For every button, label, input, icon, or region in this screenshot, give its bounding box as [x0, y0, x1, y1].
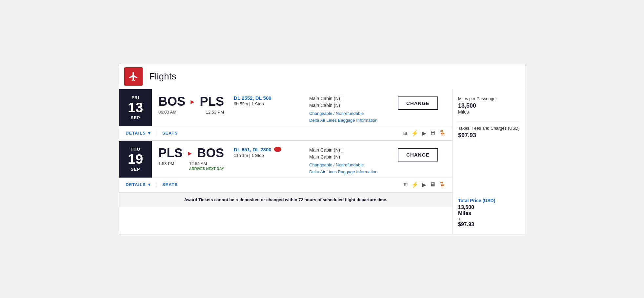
- flight-2-route: PLS ► BOS: [158, 147, 224, 159]
- flight-2-duration: 11h 1m | 1 Stop: [234, 153, 299, 158]
- flight-1-duration: 6h 53m | 1 Stop: [234, 101, 299, 106]
- total-miles-value: 13,500: [458, 204, 520, 210]
- flight-2-origin: PLS: [158, 147, 183, 159]
- flight-2-seats-link[interactable]: SEATS: [162, 182, 178, 187]
- flight-1-arrive: 12:53 PM: [206, 110, 224, 115]
- miles-per-passenger-label: Miles per Passenger: [458, 96, 520, 102]
- footer-notice: Award Tickets cannot be redeposited or c…: [119, 192, 453, 207]
- flight-1-details: DL 2552, DL 509 6h 53m | 1 Stop: [234, 95, 299, 106]
- flight-1-times: 06:00 AM 12:53 PM: [158, 110, 224, 115]
- entertainment-icon: ▶: [422, 130, 426, 137]
- flight-1-cabin1: Main Cabin (N) |: [309, 95, 388, 102]
- flight-2-next-day: ARRIVES NEXT DAY: [189, 167, 224, 171]
- page-header: Flights: [119, 64, 525, 89]
- flight-1-cabin2: Main Cabin (N): [309, 102, 388, 109]
- chevron-down-icon-2: ▼: [147, 182, 152, 187]
- seat-icon-2: 🪑: [439, 181, 446, 188]
- flight-1-seats-link[interactable]: SEATS: [162, 131, 178, 136]
- flight-2-month: SEP: [131, 167, 140, 172]
- flight-1-top: BOS ► PLS 06:00 AM 12:53 PM DL 2552, D: [158, 95, 447, 123]
- plane-icon: [128, 71, 139, 82]
- flight-2-times: 1:53 PM 12:54 AM ARRIVES NEXT DAY: [158, 161, 224, 171]
- miles-value: 13,500: [458, 102, 520, 109]
- wifi-icon: ≋: [403, 130, 408, 137]
- flight-1-numbers: DL 2552, DL 509: [234, 95, 299, 101]
- wifi-icon-2: ≋: [403, 181, 408, 188]
- flight-2-change-button[interactable]: CHANGE: [398, 148, 438, 161]
- screen-icon-2: 🖥: [430, 181, 435, 188]
- chevron-down-icon: ▼: [147, 131, 152, 136]
- flight-1-arrow: ►: [189, 98, 196, 106]
- flight-2-arrow: ►: [187, 150, 193, 157]
- flight-2-arrive: 12:54 AM: [189, 161, 207, 166]
- flight-row-2: THU 19 SEP PLS ► BOS: [119, 141, 453, 178]
- flight-2-amenities: ≋ ⚡ ▶ 🖥 🪑: [403, 181, 446, 188]
- flight-1-origin: BOS: [158, 95, 185, 108]
- flight-2-numbers: DL 651, DL 2300: [234, 147, 272, 152]
- eye-icon: [274, 147, 281, 152]
- flight-1-route-wrapper: BOS ► PLS 06:00 AM 12:53 PM: [158, 95, 224, 115]
- page-title: Flights: [149, 71, 176, 82]
- flight-2-details-label: DETAILS: [126, 182, 146, 187]
- flight-1-details-row: DETAILS ▼ | SEATS ≋ ⚡ ▶ 🖥 🪑: [119, 126, 453, 141]
- flight-2-day-name: THU: [131, 147, 140, 152]
- flight-1-baggage[interactable]: Delta Air Lines Baggage Information: [309, 118, 388, 123]
- footer-notice-text: Award Tickets cannot be redeposited or c…: [184, 197, 387, 202]
- flight-2-route-wrapper: PLS ► BOS 1:53 PM 12:54 AM ARRIVES NEXT …: [158, 147, 224, 171]
- flight-1-details-label: DETAILS: [126, 131, 146, 136]
- flight-2-date: THU 19 SEP: [119, 141, 152, 178]
- seat-icon: 🪑: [439, 130, 446, 137]
- details-separator-2: |: [156, 182, 158, 188]
- flight-1-destination: PLS: [200, 95, 224, 108]
- flight-1-cabin: Main Cabin (N) | Main Cabin (N) Changeab…: [309, 95, 388, 123]
- flights-header-icon: [124, 67, 143, 86]
- flight-1-route: BOS ► PLS: [158, 95, 224, 108]
- flight-2-seats-label: SEATS: [162, 182, 178, 187]
- flight-2-destination: BOS: [197, 147, 224, 159]
- flight-2-day-num: 19: [128, 152, 143, 166]
- flight-1-date: FRI 13 SEP: [119, 89, 152, 126]
- price-summary: Miles per Passenger 13,500 Miles Taxes, …: [453, 89, 525, 234]
- power-icon: ⚡: [411, 130, 418, 137]
- entertainment-icon-2: ▶: [422, 181, 426, 188]
- details-separator: |: [156, 130, 158, 136]
- flight-2-info: PLS ► BOS 1:53 PM 12:54 AM ARRIVES NEXT …: [152, 141, 453, 178]
- flight-1-change-block: CHANGE: [398, 95, 444, 110]
- taxes-value: $97.93: [458, 132, 520, 139]
- flight-1-amenities: ≋ ⚡ ▶ 🖥 🪑: [403, 130, 446, 137]
- flight-1-depart: 06:00 AM: [158, 110, 176, 115]
- flight-2-details-link[interactable]: DETAILS ▼: [126, 182, 152, 187]
- flight-row-1: FRI 13 SEP BOS ► PLS: [119, 89, 453, 126]
- flight-1-seats-label: SEATS: [162, 131, 178, 136]
- flight-1-month: SEP: [131, 115, 140, 120]
- miles-unit: Miles: [458, 109, 520, 115]
- flight-2-change-block: CHANGE: [398, 147, 444, 161]
- flight-2-cabin: Main Cabin (N) | Main Cabin (N) Changeab…: [309, 147, 388, 174]
- taxes-label: Taxes, Fees and Charges (USD): [458, 125, 520, 131]
- flight-2-cabin1: Main Cabin (N) |: [309, 147, 388, 154]
- flight-1-details-link[interactable]: DETAILS ▼: [126, 131, 152, 136]
- flight-2-top: PLS ► BOS 1:53 PM 12:54 AM ARRIVES NEXT …: [158, 147, 447, 174]
- flight-2-changeable[interactable]: Changeable / Nonrefundable: [309, 162, 388, 167]
- total-price-label: Total Price (USD): [458, 198, 520, 203]
- flight-1-changeable[interactable]: Changeable / Nonrefundable: [309, 111, 388, 116]
- flight-1-day-num: 13: [128, 101, 143, 115]
- summary-divider-1: [458, 121, 520, 121]
- flight-1-change-button[interactable]: CHANGE: [398, 96, 438, 110]
- flight-2-baggage[interactable]: Delta Air Lines Baggage Information: [309, 169, 388, 174]
- flight-2-details-row: DETAILS ▼ | SEATS ≋ ⚡ ▶ 🖥 🪑: [119, 178, 453, 192]
- flights-list: FRI 13 SEP BOS ► PLS: [119, 89, 453, 234]
- total-price-value: $97.93: [458, 222, 520, 227]
- flight-1-day-name: FRI: [131, 95, 139, 100]
- flight-1-info: BOS ► PLS 06:00 AM 12:53 PM DL 2552, D: [152, 89, 453, 126]
- total-plus: +: [458, 216, 520, 222]
- main-layout: FRI 13 SEP BOS ► PLS: [119, 89, 525, 234]
- screen-icon: 🖥: [430, 130, 435, 137]
- flight-2-cabin2: Main Cabin (N): [309, 154, 388, 160]
- power-icon-2: ⚡: [411, 181, 418, 188]
- flight-2-depart: 1:53 PM: [158, 161, 174, 171]
- flight-2-details: DL 651, DL 2300 11h 1m | 1 Stop: [234, 147, 299, 158]
- flights-container: Flights FRI 13 SEP BOS ►: [119, 64, 525, 234]
- total-miles-unit: Miles: [458, 210, 520, 216]
